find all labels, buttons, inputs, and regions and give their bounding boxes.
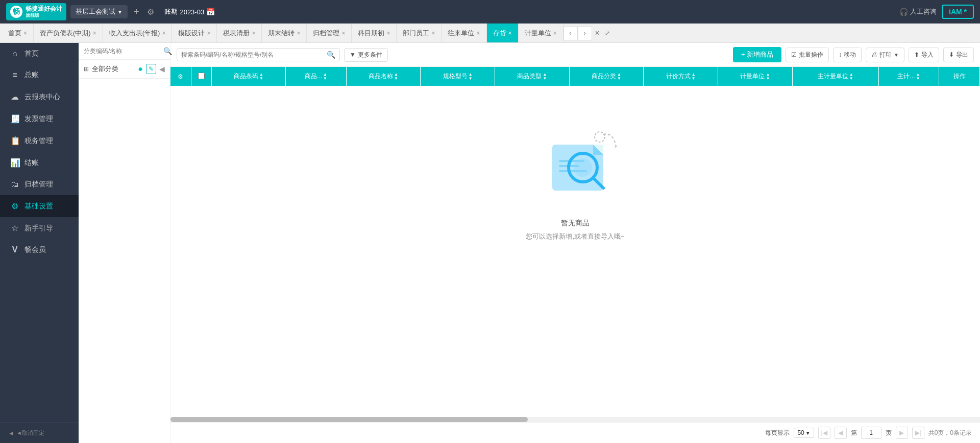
- sidebar-item-settings[interactable]: ⚙ 基础设置: [0, 195, 79, 217]
- company-name: 基层工会测试: [76, 7, 115, 16]
- sidebar-close-label: 结账: [24, 158, 39, 168]
- filter-more-btn[interactable]: ▼ 更多条件: [344, 48, 388, 62]
- tab-subject-close[interactable]: ×: [386, 30, 390, 37]
- period-badge: 账期 2023-03 📅: [164, 7, 215, 16]
- settings-gear-icon[interactable]: ⚙: [145, 7, 156, 17]
- category-edit-btn[interactable]: ✎: [146, 64, 156, 74]
- tab-inventory[interactable]: 存货 ×: [487, 24, 519, 43]
- sidebar-item-close[interactable]: 📊 结账: [0, 152, 79, 174]
- category-all-row[interactable]: ⊞ 全部分类 ● ✎ ◀: [79, 60, 170, 79]
- calendar-icon[interactable]: 📅: [206, 8, 215, 16]
- tab-next-btn[interactable]: ›: [578, 26, 592, 40]
- product-search-icon[interactable]: 🔍: [327, 51, 335, 59]
- col-code[interactable]: 商品... ▲▼: [286, 67, 346, 86]
- ledger-icon: ≡: [10, 71, 19, 80]
- col-operations: 操作: [939, 67, 980, 86]
- page-number-input[interactable]: [861, 427, 881, 439]
- tab-prev-btn[interactable]: ‹: [564, 26, 578, 40]
- batch-operation-btn[interactable]: ☑ 批量操作: [786, 48, 829, 62]
- col-settings[interactable]: ⚙: [170, 67, 191, 86]
- col-category[interactable]: 商品分类 ▲▼: [569, 67, 644, 86]
- sidebar-item-member[interactable]: V 畅会员: [0, 239, 79, 261]
- col-spec[interactable]: 规格型号 ▲▼: [421, 67, 495, 86]
- settings-icon: ⚙: [10, 201, 19, 211]
- tab-partner[interactable]: 往来单位 ×: [442, 24, 486, 43]
- per-page-select[interactable]: 50 ▼: [794, 428, 814, 438]
- category-search-input[interactable]: [84, 48, 160, 55]
- tab-income[interactable]: 收入支出表(年报) ×: [103, 24, 173, 43]
- col-pricing-label: 计价方式: [666, 72, 691, 81]
- tab-partner-close[interactable]: ×: [476, 30, 480, 37]
- tab-dept[interactable]: 部门员工 ×: [397, 24, 442, 43]
- page-last-btn[interactable]: ▶|: [912, 427, 924, 439]
- tab-income-close[interactable]: ×: [162, 30, 165, 37]
- product-table: ⚙ 商品条码 ▲▼: [170, 67, 980, 86]
- col-unit[interactable]: 计量单位 ▲▼: [718, 67, 793, 86]
- sidebar-item-home[interactable]: ⌂ 首页: [0, 43, 79, 64]
- right-content: 🔍 ▼ 更多条件 + 新增商品 ☑ 批量操作 ↕: [170, 43, 980, 443]
- tab-period-end-close[interactable]: ×: [297, 30, 300, 37]
- tab-balance-close[interactable]: ×: [93, 30, 96, 37]
- unit-sort-arrows: ▲▼: [766, 73, 770, 81]
- tab-template[interactable]: 模版设计 ×: [172, 24, 217, 43]
- tab-template-close[interactable]: ×: [207, 30, 210, 37]
- add-product-btn[interactable]: + 新增商品: [733, 47, 781, 62]
- iam-button[interactable]: iAM *: [942, 5, 974, 19]
- move-icon: ↕: [839, 51, 842, 58]
- sidebar-item-cloud-reports[interactable]: ☁ 云报表中心: [0, 86, 79, 108]
- scrollbar-thumb[interactable]: [170, 417, 528, 422]
- tab-inventory-close[interactable]: ×: [508, 30, 512, 37]
- tab-archive[interactable]: 归档管理 ×: [307, 24, 352, 43]
- export-btn[interactable]: ⬇ 导出: [943, 48, 974, 62]
- print-btn[interactable]: 🖨 打印 ▼: [866, 48, 904, 62]
- tab-home[interactable]: 首页 ×: [2, 24, 34, 43]
- horizontal-scrollbar[interactable]: [170, 417, 980, 422]
- page-next-btn[interactable]: ▶: [896, 427, 908, 439]
- company-selector[interactable]: 基层工会测试 ▼: [70, 5, 128, 18]
- sidebar-item-invoice[interactable]: 🧾 发票管理: [0, 108, 79, 130]
- add-tab-btn[interactable]: +: [132, 7, 141, 17]
- close-books-icon: 📊: [10, 158, 19, 168]
- sidebar-item-archive[interactable]: 🗂 归档管理: [0, 174, 79, 195]
- sidebar-item-ledger[interactable]: ≡ 总账: [0, 64, 79, 86]
- tab-period-end[interactable]: 期末结转 ×: [262, 24, 307, 43]
- tab-unit[interactable]: 计量单位 ×: [519, 24, 564, 43]
- sidebar-pin-toggle[interactable]: ◄ ◄取消固定: [0, 423, 79, 443]
- tab-archive-close[interactable]: ×: [341, 30, 345, 37]
- col-main-unit[interactable]: 主计量单位 ▲▼: [792, 67, 878, 86]
- col-category-label: 商品分类: [592, 72, 616, 81]
- tab-tax-close[interactable]: ×: [252, 30, 255, 37]
- product-search-input[interactable]: [181, 51, 324, 58]
- page-prev-btn[interactable]: ◀: [835, 427, 847, 439]
- sidebar-item-guide[interactable]: ☆ 新手引导: [0, 217, 79, 239]
- logo-text: 畅捷通好会计 旗舰版: [26, 5, 62, 18]
- col-barcode[interactable]: 商品条码 ▲▼: [211, 67, 286, 86]
- col-name[interactable]: 商品名称 ▲▼: [346, 67, 421, 86]
- col-main-count[interactable]: 主计... ▲▼: [878, 67, 939, 86]
- sidebar-item-tax[interactable]: 📋 税务管理: [0, 130, 79, 152]
- col-type[interactable]: 商品类型 ▲▼: [495, 67, 570, 86]
- tab-close-all-btn[interactable]: ×: [592, 29, 603, 38]
- tab-unit-close[interactable]: ×: [553, 30, 557, 37]
- page-first-btn[interactable]: |◀: [818, 427, 830, 439]
- filter-icon: ▼: [350, 51, 356, 58]
- col-pricing[interactable]: 计价方式 ▲▼: [644, 67, 718, 86]
- category-panel: 🔍 ⊞ 全部分类 ● ✎ ◀: [79, 43, 170, 443]
- select-all-checkbox[interactable]: [198, 73, 205, 79]
- human-service-btn[interactable]: 🎧 人工咨询: [899, 7, 937, 16]
- move-btn[interactable]: ↕ 移动: [833, 48, 862, 62]
- tab-home-close[interactable]: ×: [23, 30, 27, 37]
- import-btn[interactable]: ⬆ 导入: [909, 48, 939, 62]
- category-collapse-btn[interactable]: ◀: [159, 65, 165, 73]
- tab-subject[interactable]: 科目期初 ×: [352, 24, 397, 43]
- header-right: 🎧 人工咨询 iAM *: [899, 5, 974, 19]
- table-wrapper[interactable]: ⚙ 商品条码 ▲▼: [170, 67, 980, 417]
- tab-expand-btn[interactable]: ⤢: [603, 30, 612, 37]
- tab-balance-sheet[interactable]: 资产负债表(中期) ×: [34, 24, 103, 43]
- print-dropdown-icon: ▼: [894, 52, 899, 58]
- tab-dept-close[interactable]: ×: [431, 30, 435, 37]
- export-label: 导出: [956, 51, 968, 59]
- sidebar-tax-label: 税务管理: [24, 136, 53, 146]
- col-checkbox[interactable]: [191, 67, 211, 86]
- tab-tax[interactable]: 税表清册 ×: [217, 24, 262, 43]
